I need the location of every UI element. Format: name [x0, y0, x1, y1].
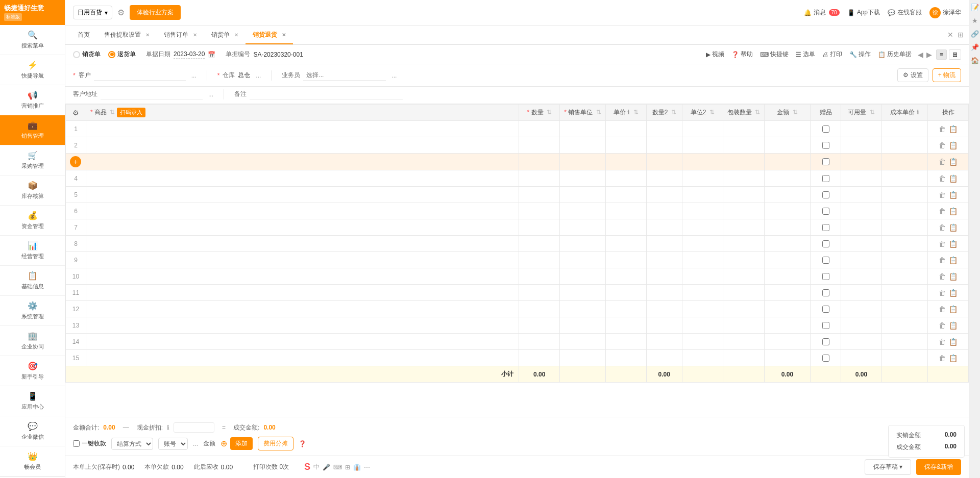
sidebar-item-business[interactable]: 📊经营管理	[0, 236, 65, 266]
experience-button[interactable]: 体验行业方案	[130, 5, 181, 20]
add-row-btn[interactable]: +	[70, 156, 81, 167]
gift-check-11[interactable]	[822, 289, 829, 296]
row-pack-cell-12[interactable]	[723, 301, 764, 317]
row-price-cell-5[interactable]	[605, 187, 646, 203]
settings-col-icon[interactable]: ⚙	[72, 109, 79, 117]
row-qty-cell-3[interactable]	[519, 154, 560, 170]
address-more-icon[interactable]: ...	[208, 91, 213, 98]
row-pack-cell-13[interactable]	[723, 317, 764, 334]
row-price-cell-9[interactable]	[605, 252, 646, 268]
row-pack-cell-1[interactable]	[723, 121, 764, 137]
row-cost-cell-9[interactable]	[882, 252, 928, 268]
row-amount-cell-15[interactable]	[765, 350, 811, 366]
setting-button[interactable]: ⚙ 设置	[897, 68, 928, 82]
panel-btn-4[interactable]: 📌	[970, 42, 979, 52]
row-amount-cell-10[interactable]	[765, 268, 811, 285]
row-pack-cell-11[interactable]	[723, 285, 764, 301]
gift-check-1[interactable]	[822, 125, 829, 133]
row-unit-cell-4[interactable]	[560, 170, 605, 187]
tab-close-sales-order[interactable]: ✕	[193, 32, 197, 38]
discount-input[interactable]	[174, 422, 214, 433]
table-icon[interactable]: ⊞	[345, 464, 350, 471]
sidebar-item-member[interactable]: 👑畅会员	[0, 446, 65, 476]
row-amount-cell-14[interactable]	[765, 334, 811, 350]
row-pack-cell-15[interactable]	[723, 350, 764, 366]
row-cost-cell-6[interactable]	[882, 203, 928, 219]
row-cost-cell-7[interactable]	[882, 219, 928, 236]
sidebar-item-inventory[interactable]: 📦库存核算	[0, 175, 65, 206]
row-product-cell-12[interactable]	[86, 301, 519, 317]
gift-check-13[interactable]	[822, 322, 829, 329]
row-qty-cell-15[interactable]	[519, 350, 560, 366]
th-qty-sort[interactable]: ⇅	[547, 109, 552, 116]
row-price-cell-13[interactable]	[605, 317, 646, 334]
row-pack-cell-9[interactable]	[723, 252, 764, 268]
gift-check-14[interactable]	[822, 338, 829, 345]
row-copy-icon-12[interactable]: 📋	[949, 305, 958, 313]
row-copy-icon-6[interactable]: 📋	[949, 207, 958, 215]
row-copy-icon-9[interactable]: 📋	[949, 256, 958, 264]
th-price-info-icon[interactable]: ℹ	[627, 109, 630, 116]
row-unit2-cell-1[interactable]	[682, 121, 723, 137]
row-price-cell-11[interactable]	[605, 285, 646, 301]
row-unit2-cell-5[interactable]	[682, 187, 723, 203]
account-more-icon[interactable]: ...	[193, 440, 198, 447]
row-product-cell-10[interactable]	[86, 268, 519, 285]
save-draft-btn[interactable]: 保存草稿 ▾	[865, 459, 911, 475]
row-available-cell-2[interactable]	[841, 137, 882, 154]
row-qty2-cell-6[interactable]	[646, 203, 682, 219]
th-cost-info-icon[interactable]: ℹ	[917, 109, 919, 116]
staff-input[interactable]	[303, 70, 386, 81]
row-qty-cell-13[interactable]	[519, 317, 560, 334]
th-product-sort[interactable]: ⇅	[110, 109, 115, 116]
row-unit-cell-15[interactable]	[560, 350, 605, 366]
print-btn[interactable]: 🖨 打印	[820, 49, 844, 60]
row-amount-cell-9[interactable]	[765, 252, 811, 268]
row-delete-icon-13[interactable]: 🗑	[939, 321, 946, 330]
row-qty2-cell-1[interactable]	[646, 121, 682, 137]
row-qty-cell-9[interactable]	[519, 252, 560, 268]
fee-info-icon[interactable]: ❓	[299, 440, 306, 447]
panel-btn-5[interactable]: 🏠	[970, 56, 979, 65]
row-cost-cell-11[interactable]	[882, 285, 928, 301]
row-unit-cell-5[interactable]	[560, 187, 605, 203]
tab-close-sale-price[interactable]: ✕	[145, 32, 150, 38]
video-btn[interactable]: ▶ 视频	[704, 49, 726, 60]
row-delete-icon-11[interactable]: 🗑	[939, 289, 946, 297]
row-qty-cell-4[interactable]	[519, 170, 560, 187]
panel-btn-2[interactable]: ★	[970, 16, 979, 25]
row-qty2-cell-9[interactable]	[646, 252, 682, 268]
row-unit2-cell-8[interactable]	[682, 236, 723, 252]
row-pack-cell-3[interactable]	[723, 154, 764, 170]
row-product-cell-11[interactable]	[86, 285, 519, 301]
row-available-cell-10[interactable]	[841, 268, 882, 285]
sidebar-item-guide[interactable]: 🎯新手引导	[0, 356, 65, 386]
row-amount-cell-12[interactable]	[765, 301, 811, 317]
row-cost-cell-5[interactable]	[882, 187, 928, 203]
row-amount-cell-6[interactable]	[765, 203, 811, 219]
row-qty2-cell-8[interactable]	[646, 236, 682, 252]
row-unit-cell-3[interactable]	[560, 154, 605, 170]
row-cost-cell-12[interactable]	[882, 301, 928, 317]
row-product-cell-8[interactable]	[86, 236, 519, 252]
row-available-cell-4[interactable]	[841, 170, 882, 187]
gift-check-5[interactable]	[822, 191, 829, 198]
row-copy-icon-13[interactable]: 📋	[949, 321, 958, 330]
tab-sales-order[interactable]: 销售订单✕	[157, 27, 204, 44]
gift-check-8[interactable]	[822, 240, 829, 247]
radio-return[interactable]: 退货单	[108, 50, 136, 59]
doc-date-value[interactable]: 2023-03-20	[174, 51, 205, 59]
row-delete-icon-12[interactable]: 🗑	[939, 305, 946, 313]
keyboard-icon[interactable]: ⌨	[333, 464, 342, 471]
row-pack-cell-5[interactable]	[723, 187, 764, 203]
row-qty2-cell-5[interactable]	[646, 187, 682, 203]
tab-home[interactable]: 首页	[70, 27, 97, 44]
row-qty2-cell-15[interactable]	[646, 350, 682, 366]
notification-btn[interactable]: 🔔 消息 70	[804, 8, 840, 17]
help-btn[interactable]: ❓ 帮助	[729, 49, 755, 60]
shirt-icon[interactable]: 👔	[353, 464, 361, 471]
row-available-cell-15[interactable]	[841, 350, 882, 366]
row-qty2-cell-13[interactable]	[646, 317, 682, 334]
sidebar-item-enterprise[interactable]: 🏢企业协同	[0, 326, 65, 356]
gift-check-6[interactable]	[822, 208, 829, 215]
